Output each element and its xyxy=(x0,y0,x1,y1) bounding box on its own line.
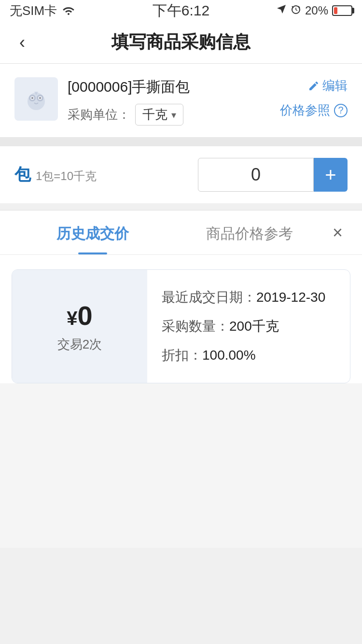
quantity-input-group: + xyxy=(198,158,348,192)
edit-button[interactable]: 编辑 xyxy=(308,77,348,94)
date-value: 2019-12-30 xyxy=(256,290,325,305)
unit-value: 千克 xyxy=(142,106,167,123)
back-button[interactable]: ‹ xyxy=(14,28,30,57)
svg-point-7 xyxy=(39,97,41,99)
nav-bar: ‹ 填写商品采购信息 xyxy=(0,21,362,64)
product-right: 编辑 价格参照 ? xyxy=(280,77,348,119)
gps-icon xyxy=(276,4,287,17)
unit-select[interactable]: 千克 ▾ xyxy=(135,104,183,126)
currency-symbol: ¥ xyxy=(67,308,77,329)
quantity-row: 包 1包=10千克 + xyxy=(0,146,362,203)
page-title: 填写商品采购信息 xyxy=(111,30,251,54)
price-value: 0 xyxy=(78,300,93,331)
transaction-card: ¥0 交易2次 最近成交日期：2019-12-30 采购数量：200千克 折扣：… xyxy=(12,269,350,383)
product-left: [0000006]手撕面包 采购单位： 千克 ▾ xyxy=(14,77,190,126)
svg-point-1 xyxy=(28,93,45,110)
status-right: 20% xyxy=(276,4,352,17)
product-thumbnail xyxy=(14,77,58,121)
discount-label: 折扣： xyxy=(162,348,202,363)
product-header: [0000006]手撕面包 采购单位： 千克 ▾ 编辑 价格参照 ? xyxy=(14,77,348,126)
wifi-icon xyxy=(62,3,75,18)
status-time: 下午6:12 xyxy=(153,1,209,21)
battery-pct: 20% xyxy=(305,4,328,17)
tab-history[interactable]: 历史成交价 xyxy=(14,210,171,254)
product-card: [0000006]手撕面包 采购单位： 千克 ▾ 编辑 价格参照 ? xyxy=(0,64,362,138)
status-left: 无SIM卡 xyxy=(10,2,75,19)
tab-history-label: 历史成交价 xyxy=(56,225,129,241)
close-button[interactable]: × xyxy=(328,219,348,246)
unit-main: 包 xyxy=(14,164,31,186)
qty-label: 采购数量： xyxy=(162,319,229,334)
alarm-icon xyxy=(291,4,301,17)
section-separator xyxy=(0,138,362,146)
product-name: [0000006]手撕面包 xyxy=(68,77,190,97)
discount-row: 折扣：100.00% xyxy=(162,345,335,365)
date-label: 最近成交日期： xyxy=(162,290,256,305)
price-column: ¥0 交易2次 xyxy=(12,270,147,383)
battery-icon xyxy=(332,5,352,16)
carrier-text: 无SIM卡 xyxy=(10,2,57,19)
price-amount: ¥0 xyxy=(67,300,92,331)
chevron-down-icon: ▾ xyxy=(171,109,176,121)
svg-point-6 xyxy=(31,97,33,99)
unit-sub: 1包=10千克 xyxy=(36,168,97,184)
help-icon: ? xyxy=(334,104,348,117)
unit-label: 采购单位： xyxy=(68,106,130,123)
product-unit-row: 采购单位： 千克 ▾ xyxy=(68,104,190,126)
details-column: 最近成交日期：2019-12-30 采购数量：200千克 折扣：100.00% xyxy=(147,270,350,383)
unit-info: 包 1包=10千克 xyxy=(14,164,97,186)
tab-reference[interactable]: 商品价格参考 xyxy=(171,210,327,254)
edit-label: 编辑 xyxy=(322,77,348,94)
qty-row: 采购数量：200千克 xyxy=(162,316,335,336)
main-content: 历史成交价 商品价格参考 × ¥0 交易2次 最近成交日期：2019-12-30… xyxy=(0,210,362,548)
bottom-panel: 历史成交价 商品价格参考 × ¥0 交易2次 最近成交日期：2019-12-30… xyxy=(0,210,362,383)
status-bar: 无SIM卡 下午6:12 20% xyxy=(0,0,362,21)
discount-value: 100.00% xyxy=(202,348,256,363)
quantity-plus-button[interactable]: + xyxy=(314,158,348,192)
price-ref-button[interactable]: 价格参照 ? xyxy=(280,102,348,119)
product-info: [0000006]手撕面包 采购单位： 千克 ▾ xyxy=(68,77,190,126)
tab-reference-label: 商品价格参考 xyxy=(206,225,293,241)
quantity-input[interactable] xyxy=(198,158,314,192)
price-ref-label: 价格参照 xyxy=(280,102,330,119)
qty-value: 200千克 xyxy=(229,319,279,334)
transaction-count: 交易2次 xyxy=(57,336,102,353)
tabs-row: 历史成交价 商品价格参考 × xyxy=(0,210,362,255)
date-row: 最近成交日期：2019-12-30 xyxy=(162,287,335,308)
